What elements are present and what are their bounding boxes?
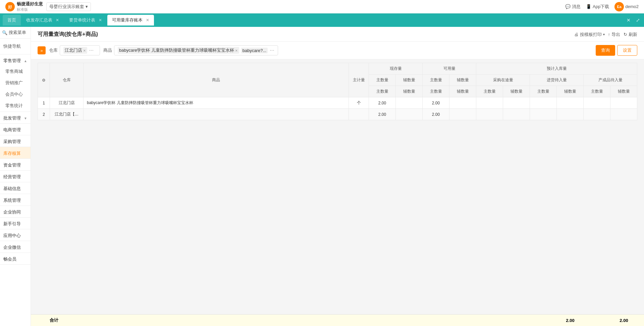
query-button[interactable]: 查询 <box>596 45 615 56</box>
th-available: 可用量 <box>423 63 476 75</box>
chevron-down-icon: ▾ <box>86 4 88 9</box>
refresh-button[interactable]: ↻ 刷新 <box>624 32 637 38</box>
content-area: 可用量查询(按仓库+商品) 🖨 按模板打印 ▾ ↑ 导出 ↻ 刷新 <box>31 27 644 326</box>
sidebar-section-newguide: 新手引导 <box>0 218 31 229</box>
close-icon[interactable]: ✕ <box>99 18 102 22</box>
table-footer: 合计 2.00 2.00 <box>31 314 644 326</box>
sidebar-enterprise-header[interactable]: 企业协同 <box>0 206 31 217</box>
appdownload-button[interactable]: 📱 App下载 <box>586 4 609 10</box>
template-print-button[interactable]: 🖨 按模板打印 ▾ <box>574 32 605 38</box>
row2-prp-main <box>584 109 610 120</box>
tab-home-label: 首页 <box>7 17 16 23</box>
sidebar-item-marketing[interactable]: 营销推广 <box>0 77 31 89</box>
sidebar-item-retail-stats[interactable]: 零售统计 <box>0 100 31 111</box>
th-av-sub: 辅数量 <box>449 86 476 97</box>
export-icon: ↑ <box>608 32 610 37</box>
sidebar-section-wholesale: 批发管理 ▼ <box>0 112 31 124</box>
chevron-down-icon: ▼ <box>24 117 27 120</box>
th-available-main: 主数量 <box>423 75 449 86</box>
sidebar-purchase-header[interactable]: 采购管理 <box>0 135 31 147</box>
close-all-button[interactable]: ✕ <box>625 17 632 24</box>
username: demo2 <box>625 4 639 9</box>
industry-selector[interactable]: 母婴行业演示账套 ▾ <box>46 2 91 11</box>
row1-available-sub <box>449 97 476 109</box>
row1-current-main: 2.00 <box>369 97 396 109</box>
refresh-icon: ↻ <box>624 32 627 37</box>
top-bar-right: 💬 消息 📱 App下载 Ea demo2 <box>565 2 639 11</box>
appdownload-label: App下载 <box>593 4 609 10</box>
sidebar-nav: 快捷导航 <box>0 39 31 54</box>
sidebar-item-retail-mall[interactable]: 零售商城 <box>0 66 31 77</box>
sidebar-item-quicknav[interactable]: 快捷导航 <box>0 41 31 52</box>
sidebar-section-member: 畅会员 <box>0 253 31 265</box>
sidebar-section-enterprise: 企业协同 <box>0 206 31 218</box>
sidebar-basic-header[interactable]: 基础信息 <box>0 182 31 194</box>
tab-controls: ✕ ⤢ <box>625 17 641 24</box>
row2-available-sub <box>449 109 476 120</box>
th-product-pending: 产成品待入量 <box>584 75 637 86</box>
tab-order[interactable]: 要货单统计表 ✕ <box>64 15 107 26</box>
sidebar-wholesale-header[interactable]: 批发管理 ▼ <box>0 112 31 123</box>
sidebar-appcenter-header[interactable]: 应用中心 <box>0 229 31 241</box>
message-button[interactable]: 💬 消息 <box>565 4 581 10</box>
product-tag-2: babycare?... <box>241 48 268 53</box>
settings-button[interactable]: 设置 <box>617 45 637 56</box>
th-current-main: 主数量 <box>369 75 396 86</box>
logo-text: 畅捷通好生意 <box>17 1 43 7</box>
sidebar-member-header[interactable]: 畅会员 <box>0 253 31 264</box>
sidebar-ecommerce-header[interactable]: 电商管理 <box>0 124 31 135</box>
product-filter: 商品 babycare学饮杯 儿童防摔防撞吸管杯重力球吸嘴杯宝宝水杯 × bab… <box>103 45 278 55</box>
sidebar-section-finance: 资金管理 <box>0 159 31 171</box>
th-cs-sub: 辅数量 <box>396 86 423 97</box>
th-available-sub: 辅数量 <box>449 75 476 86</box>
row2-pt-sub <box>503 109 530 120</box>
sidebar-operation-header[interactable]: 经营管理 <box>0 171 31 182</box>
search-menu-button[interactable]: 🔍 搜索菜单 <box>0 27 31 39</box>
sidebar-wechat-header[interactable]: 企业微信 <box>0 241 31 252</box>
remove-warehouse-icon[interactable]: × <box>83 48 86 53</box>
purchase-label: 采购管理 <box>3 139 21 145</box>
product-more-options-icon[interactable]: ··· <box>270 47 274 53</box>
tab-receivable[interactable]: 收发存汇总表 ✕ <box>21 15 64 26</box>
th-prp-sub: 辅数量 <box>610 86 637 97</box>
sidebar-item-members[interactable]: 会员中心 <box>0 89 31 100</box>
search-icon: 🔍 <box>2 30 7 35</box>
row2-product <box>84 109 349 120</box>
close-icon[interactable]: ✕ <box>56 18 59 22</box>
filter-actions: 查询 设置 <box>596 45 637 56</box>
row2-unit <box>349 109 369 120</box>
th-settings: ⚙ <box>38 63 50 97</box>
product-input[interactable]: babycare学饮杯 儿童防摔防撞吸管杯重力球吸嘴杯宝宝水杯 × babyca… <box>114 45 278 55</box>
sidebar-section-retail: 零售管理 ▲ 零售商城 营销推广 会员中心 零售统计 <box>0 54 31 112</box>
row1-available-main: 2.00 <box>423 97 449 109</box>
maximize-button[interactable]: ⤢ <box>635 17 641 24</box>
row2-pp-sub <box>557 109 584 120</box>
filter-toggle-button[interactable]: » <box>38 46 46 54</box>
tab-home[interactable]: 首页 <box>3 15 21 26</box>
wechat-label: 企业微信 <box>3 244 21 250</box>
sidebar-retail-header[interactable]: 零售管理 ▲ <box>0 54 31 66</box>
user-area[interactable]: Ea demo2 <box>614 2 639 11</box>
logo-area: 好 畅捷通好生意 标准版 <box>5 1 43 12</box>
sidebar-newguide-header[interactable]: 新手引导 <box>0 218 31 229</box>
sidebar-finance-header[interactable]: 资金管理 <box>0 159 31 170</box>
warehouse-tag: 江北门店 × <box>63 47 87 54</box>
th-unit: 主计量 <box>349 63 369 97</box>
filter-row: » 仓库 江北门店 × ··· 商品 babycare学饮杯 儿童防摔防撞吸管杯… <box>31 42 644 59</box>
remove-product-1-icon[interactable]: × <box>235 48 238 53</box>
sidebar-system-header[interactable]: 系统管理 <box>0 194 31 205</box>
member-label: 畅会员 <box>3 256 16 262</box>
sidebar-inventory-header[interactable]: 库存核算 <box>0 147 31 158</box>
logo-texts: 畅捷通好生意 标准版 <box>17 1 43 12</box>
export-label: 导出 <box>611 32 620 38</box>
main-layout: 🔍 搜索菜单 快捷导航 零售管理 ▲ 零售商城 营销推广 会员中心 零售统计 <box>0 27 644 326</box>
close-icon[interactable]: ✕ <box>146 18 149 22</box>
newguide-label: 新手引导 <box>3 221 21 227</box>
more-options-icon[interactable]: ··· <box>89 47 94 53</box>
warehouse-input[interactable]: 江北门店 × ··· <box>60 45 100 55</box>
export-button[interactable]: ↑ 导出 <box>608 32 621 38</box>
sidebar-section-purchase: 采购管理 <box>0 135 31 147</box>
tab-available[interactable]: 可用量库存账本 ✕ <box>107 15 154 26</box>
row1-product: babycare学饮杯 儿童防摔防撞吸管杯重力球吸嘴杯宝宝水杯 <box>84 97 349 109</box>
sidebar: 🔍 搜索菜单 快捷导航 零售管理 ▲ 零售商城 营销推广 会员中心 零售统计 <box>0 27 31 326</box>
